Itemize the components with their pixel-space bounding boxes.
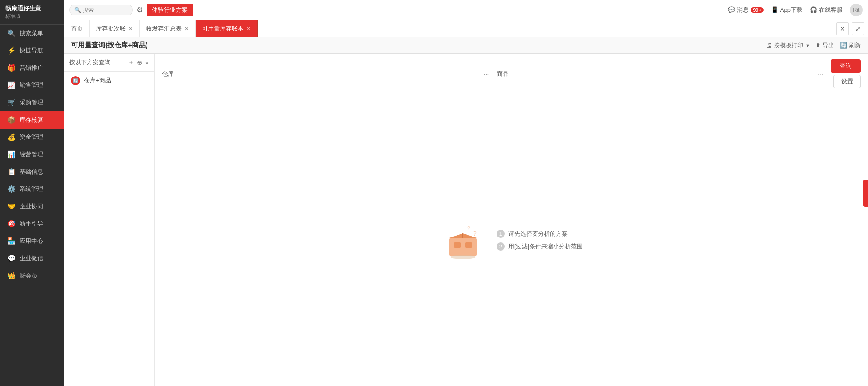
topbar-right: 💬 消息 99+ 📱 App下载 🎧 在线客服 Rit	[728, 4, 863, 16]
chevron-down-icon: ▼	[805, 43, 810, 48]
sidebar-icon-cooperation: 🤝	[7, 202, 16, 211]
topbar: 🔍 ⚙ 体验行业方案 💬 消息 99+ 📱 App下载 🎧 在线客服 Rit	[64, 0, 868, 20]
settings-icon[interactable]: ⚙	[137, 5, 143, 14]
query-button[interactable]: 查询	[831, 59, 861, 73]
close-tab-button[interactable]: ✕	[836, 22, 849, 35]
sidebar-item-inventory[interactable]: 📦 库存核算	[0, 111, 64, 129]
tab-available[interactable]: 可用量库存账本✕	[196, 20, 258, 37]
svg-rect-3	[454, 242, 461, 248]
svg-rect-0	[449, 238, 477, 256]
right-handle[interactable]	[863, 180, 868, 207]
sidebar-item-wechat[interactable]: 💬 企业微信	[0, 250, 64, 267]
tab-close-summary[interactable]: ✕	[184, 26, 189, 32]
product-input[interactable]	[511, 68, 816, 79]
service-btn[interactable]: 🎧 在线客服	[810, 6, 843, 14]
sidebar-item-member[interactable]: 👑 畅会员	[0, 267, 64, 284]
tab-label-batch: 库存批次账	[96, 25, 126, 33]
scheme-label: 仓库+商品	[84, 77, 111, 85]
tab-label-summary: 收发存汇总表	[146, 25, 182, 33]
query-actions: 查询 设置	[831, 59, 861, 88]
left-panel-header: 按以下方案查询 ＋ ⊕ «	[64, 54, 154, 72]
query-filters: 仓库 ··· 商品 ··· 查询 设置	[155, 54, 868, 94]
sidebar-icon-basic: 📋	[7, 168, 16, 176]
add-scheme-icon[interactable]: ＋	[128, 58, 134, 67]
scheme-item-warehouse-product[interactable]: 🔄 仓库+商品	[64, 72, 154, 90]
sidebar-label-purchase: 采购管理	[20, 98, 43, 107]
tab-close-available[interactable]: ✕	[246, 26, 251, 32]
sidebar-item-finance[interactable]: 💰 资金管理	[0, 129, 64, 146]
sidebar: 畅康通好生意 标准版 🔍 搜索菜单 ⚡ 快捷导航 🎁 营销推广 📈 销售管理 🛒…	[0, 0, 64, 386]
sidebar-icon-system: ⚙️	[7, 185, 16, 193]
sidebar-item-search[interactable]: 🔍 搜索菜单	[0, 25, 64, 42]
sidebar-item-guide[interactable]: 🎯 新手引导	[0, 215, 64, 232]
sidebar-icon-shortcut: ⚡	[7, 46, 16, 55]
tabs-controls: ✕ ⤢	[836, 22, 868, 35]
main-content: 🔍 ⚙ 体验行业方案 💬 消息 99+ 📱 App下载 🎧 在线客服 Rit	[64, 0, 868, 386]
tabs-bar: 首页库存批次账✕收发存汇总表✕可用量库存账本✕ ✕ ⤢	[64, 20, 868, 37]
export-btn[interactable]: ⬆ 导出	[816, 41, 834, 50]
scheme-icon: 🔄	[71, 76, 80, 85]
sidebar-icon-inventory: 📦	[7, 116, 16, 124]
sidebar-item-marketing[interactable]: 🎁 营销推广	[0, 59, 64, 77]
sidebar-item-shortcut[interactable]: ⚡ 快捷导航	[0, 42, 64, 59]
sidebar-label-appstore: 应用中心	[20, 237, 43, 245]
tip-num-2: 2	[497, 242, 505, 251]
expand-tab-button[interactable]: ⤢	[852, 22, 864, 35]
sidebar-item-purchase[interactable]: 🛒 采购管理	[0, 94, 64, 111]
sidebar-item-sales[interactable]: 📈 销售管理	[0, 77, 64, 94]
sidebar-item-basic[interactable]: 📋 基础信息	[0, 163, 64, 180]
sidebar-item-operations[interactable]: 📊 经营管理	[0, 146, 64, 163]
svg-point-5	[450, 255, 476, 259]
avatar[interactable]: Rit	[850, 4, 863, 16]
tab-label-home: 首页	[71, 25, 83, 33]
refresh-btn[interactable]: 🔄 刷新	[840, 41, 861, 50]
empty-tip-2: 2 用[过滤]条件来缩小分析范围	[497, 242, 583, 251]
refresh-icon: 🔄	[840, 42, 847, 49]
page-header: 可用量查询(按仓库+商品) 🖨 按模板打印 ▼ ⬆ 导出 🔄 刷新	[64, 37, 868, 54]
warehouse-more-btn[interactable]: ···	[484, 70, 489, 77]
app-download-btn[interactable]: 📱 App下载	[771, 6, 802, 14]
message-icon: 💬	[728, 6, 735, 13]
left-panel-icons: ＋ ⊕ «	[128, 58, 149, 67]
message-badge: 99+	[751, 7, 764, 13]
content-area: 按以下方案查询 ＋ ⊕ « 🔄 仓库+商品 仓库 ···	[64, 54, 868, 386]
left-panel-title: 按以下方案查询	[69, 58, 111, 67]
sidebar-scroll: 🔍 搜索菜单 ⚡ 快捷导航 🎁 营销推广 📈 销售管理 🛒 采购管理 📦 库存核…	[0, 25, 64, 386]
query-panel: 仓库 ··· 商品 ··· 查询 设置	[155, 54, 868, 386]
settings-scheme-icon[interactable]: ⊕	[137, 59, 142, 66]
tab-label-available: 可用量库存账本	[202, 25, 244, 33]
warehouse-input[interactable]	[177, 68, 481, 79]
page-header-actions: 🖨 按模板打印 ▼ ⬆ 导出 🔄 刷新	[766, 41, 861, 50]
tab-close-batch[interactable]: ✕	[128, 26, 133, 32]
print-btn[interactable]: 🖨 按模板打印 ▼	[766, 41, 810, 50]
tab-home[interactable]: 首页	[67, 20, 90, 37]
phone-icon: 📱	[771, 6, 778, 13]
message-btn[interactable]: 💬 消息 99+	[728, 6, 764, 14]
export-icon: ⬆	[816, 42, 821, 49]
tab-summary[interactable]: 收发存汇总表✕	[140, 20, 196, 37]
collapse-panel-icon[interactable]: «	[145, 59, 149, 66]
sidebar-header: 畅康通好生意 标准版	[0, 0, 64, 25]
warehouse-filter: 仓库 ···	[162, 68, 489, 79]
search-input[interactable]	[83, 7, 128, 13]
sidebar-logo-sub: 标准版	[5, 13, 58, 20]
sidebar-item-appstore[interactable]: 🏪 应用中心	[0, 232, 64, 250]
sidebar-icon-finance: 💰	[7, 133, 16, 141]
sidebar-logo-title: 畅康通好生意	[5, 5, 58, 13]
sidebar-label-marketing: 营销推广	[20, 64, 43, 72]
page-title: 可用量查询(按仓库+商品)	[71, 41, 148, 50]
warehouse-label: 仓库	[162, 70, 174, 78]
product-more-btn[interactable]: ···	[818, 70, 823, 77]
tab-batch[interactable]: 库存批次账✕	[90, 20, 140, 37]
sidebar-item-cooperation[interactable]: 🤝 企业协同	[0, 198, 64, 215]
settings-button[interactable]: 设置	[833, 75, 861, 88]
headset-icon: 🎧	[810, 6, 817, 13]
empty-state: ? ? 1 请先选择要分析的方案 2 用[过滤]条件来缩小分析范围	[155, 94, 868, 386]
sidebar-label-operations: 经营管理	[20, 150, 43, 159]
sidebar-item-system[interactable]: ⚙️ 系统管理	[0, 180, 64, 198]
svg-rect-4	[465, 242, 472, 248]
trial-button[interactable]: 体验行业方案	[147, 4, 193, 16]
sidebar-label-inventory: 库存核算	[20, 116, 43, 124]
empty-tips: 1 请先选择要分析的方案 2 用[过滤]条件来缩小分析范围	[497, 230, 583, 251]
search-bar[interactable]: 🔍	[69, 5, 133, 15]
